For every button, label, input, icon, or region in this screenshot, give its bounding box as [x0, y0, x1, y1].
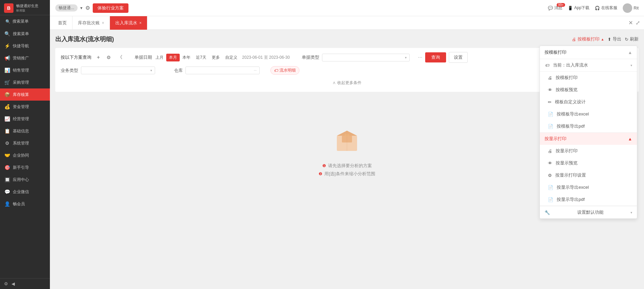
refresh-label: 刷新 [630, 36, 639, 42]
tab-batch-close[interactable]: × [102, 21, 104, 25]
sidebar-item-sales[interactable]: 📊 销售管理 [0, 64, 50, 76]
refresh-button[interactable]: ↻ 刷新 [625, 36, 639, 42]
sidebar-label-finance: 资金管理 [13, 104, 29, 110]
filter-section-label: 按以下方案查询 [61, 54, 91, 60]
search-menu-button[interactable]: 🔍 搜索菜单 [3, 17, 47, 26]
page-header: 出入库流水(流水明细) 🖨 按模板打印 ▲ ⬆ 导出 ↻ 刷新 [55, 35, 639, 43]
display-section-header[interactable]: 按显示打印 ▲ [540, 133, 637, 145]
dropdown-display-preview[interactable]: 👁 按显示预览 [540, 157, 637, 169]
dropdown-template-pdf[interactable]: 📄 按模板导出pdf [540, 120, 637, 132]
user-avatar-area[interactable]: Rit [623, 3, 639, 13]
filter-tag[interactable]: 🏷 流水明细 [270, 66, 299, 75]
sidebar-item-finance[interactable]: 💰 资金管理 [0, 101, 50, 113]
display-excel-icon: 📄 [548, 185, 553, 190]
date-year[interactable]: 本年 [180, 54, 193, 61]
dropdown-template-preview[interactable]: 👁 按模板预览 [540, 84, 637, 96]
date-week7[interactable]: 近7天 [193, 54, 209, 61]
voucher-type-select[interactable]: ▾ [322, 54, 410, 61]
voucher-type-group: 单据类型 ▾ [302, 54, 410, 61]
sidebar-item-marketing[interactable]: 📢 营销推广 [0, 52, 50, 64]
voucher-type-label: 单据类型 [302, 54, 319, 60]
sidebar-item-shortcut[interactable]: ⚡ 快捷导航 [0, 40, 50, 52]
sidebar-label-inventory: 库存核算 [13, 92, 29, 98]
tabbar-actions: ✕ ⤢ [628, 20, 644, 26]
footer-arrow: ▾ [631, 211, 632, 214]
settings-gear-icon[interactable]: ⚙ [85, 5, 90, 11]
collapse-filter-button[interactable]: ∧ 收起更多条件 [332, 80, 361, 86]
date-current-month[interactable]: 本月 [166, 54, 180, 61]
sidebar-icon-inventory: 📦 [4, 91, 10, 98]
dropdown-display-excel[interactable]: 📄 按显示导出excel [540, 181, 637, 193]
template-preview-label: 按模板预览 [556, 87, 578, 93]
dropdown-display-print[interactable]: 🖨 按显示打印 [540, 145, 637, 157]
app-download-label: App下载 [574, 5, 589, 11]
business-type-select[interactable]: ▾ [81, 67, 155, 74]
filter-add-icon[interactable]: + [97, 54, 100, 60]
print-template-arrow[interactable]: ▲ [601, 37, 604, 41]
sidebar-item-appcenter[interactable]: 🔲 应用中心 [0, 174, 50, 186]
trial-button[interactable]: 体验行业方案 [93, 3, 128, 13]
tab-expand-icon[interactable]: ⤢ [636, 20, 640, 26]
dropdown-display-pdf[interactable]: 📄 按显示导出pdf [540, 193, 637, 206]
sidebar-label-guide: 新手引导 [13, 165, 29, 170]
template-pdf-label: 按模板导出pdf [557, 123, 585, 129]
message-button[interactable]: 💬 消息 99+ [548, 5, 562, 11]
dropdown-display-settings[interactable]: ⚙ 按显示打印设置 [540, 169, 637, 181]
app-download-button[interactable]: 📱 App下载 [568, 5, 589, 11]
export-button[interactable]: ⬆ 导出 [608, 36, 621, 42]
tab-home-label: 首页 [58, 20, 67, 26]
avatar [623, 3, 632, 13]
sidebar-item-operations[interactable]: 📈 经营管理 [0, 113, 50, 125]
sidebar-item-search[interactable]: 🔍 搜索菜单 [0, 28, 50, 40]
date-filter-group: 单据日期 上月 本月 本年 近7天 更多 自定义 2023-06-01 至 20… [135, 54, 290, 61]
tabbar: 首页 库存批次账 × 出入库流水 × ✕ ⤢ [50, 16, 644, 30]
tab-close-all-icon[interactable]: ✕ [628, 20, 633, 26]
tab-flow-close[interactable]: × [139, 21, 142, 25]
warehouse-select[interactable]: ··· [185, 67, 260, 74]
table-settings-button[interactable]: 设置 [449, 52, 468, 63]
print-template-button[interactable]: 🖨 按模板打印 ▲ [572, 36, 604, 42]
dropdown-template-print[interactable]: 🖨 按模板打印 [540, 72, 637, 84]
user-dropdown-icon[interactable]: ▾ [80, 5, 83, 10]
tab-home[interactable]: 首页 [53, 16, 72, 30]
online-service-button[interactable]: 🎧 在线客服 [595, 5, 617, 11]
sidebar-logo: B 畅捷通好生意 标准版 [0, 0, 50, 15]
date-more[interactable]: 更多 [209, 54, 223, 61]
sidebar-item-cooperation[interactable]: 🤝 企业协同 [0, 149, 50, 161]
query-action-area: ··· 查询 设置 [418, 52, 467, 63]
user-selector[interactable]: 畅捷通... [55, 4, 78, 11]
date-prev-month[interactable]: 上月 [153, 54, 166, 61]
dropdown-current[interactable]: 🏷 当前：出入库流水 ▾ [540, 59, 637, 71]
dropdown-template-excel[interactable]: 📄 按模板导出excel [540, 108, 637, 120]
app-download-icon: 📱 [568, 6, 573, 10]
filter-settings-icon[interactable]: ⚙ [107, 55, 111, 60]
footer-settings-icon[interactable]: ⚙ [4, 281, 8, 286]
date-custom[interactable]: 自定义 [223, 54, 240, 61]
sidebar-item-wechat[interactable]: 💬 企业微信 [0, 186, 50, 198]
template-print-label: 按模板打印 [556, 75, 578, 81]
dropdown-template-custom[interactable]: ✏ 模板自定义设计 [540, 96, 637, 108]
sidebar-item-system[interactable]: ⚙ 系统管理 [0, 137, 50, 149]
tab-batch[interactable]: 库存批次账 × [72, 16, 110, 30]
warehouse-arrow: ··· [254, 69, 257, 72]
footer-collapse-icon[interactable]: ◀ [11, 281, 15, 286]
sidebar-item-basic[interactable]: 📋 基础信息 [0, 125, 50, 137]
sidebar-label-appcenter: 应用中心 [13, 177, 29, 183]
more-options-icon[interactable]: ··· [418, 54, 422, 60]
filter-collapse-icon[interactable]: 《 [118, 54, 122, 60]
topbar-left: 畅捷通... ▾ ⚙ 体验行业方案 [55, 3, 545, 13]
tab-batch-label: 库存批次账 [78, 20, 100, 26]
query-button[interactable]: 查询 [425, 52, 446, 62]
sidebar-item-member[interactable]: 👤 畅会员 [0, 198, 50, 210]
sidebar-item-guide[interactable]: 🎯 新手引导 [0, 161, 50, 174]
sidebar-item-inventory[interactable]: 📦 库存核算 [0, 88, 50, 101]
dropdown-footer[interactable]: 🔧 设置默认功能 ▾ [540, 206, 637, 218]
dropdown-header-arrow[interactable]: ▲ [628, 50, 632, 55]
sidebar-icon-sales: 📊 [4, 67, 10, 73]
sidebar-label-basic: 基础信息 [13, 128, 29, 134]
export-label: 导出 [613, 36, 621, 42]
sidebar-item-purchase[interactable]: 🛒 采购管理 [0, 76, 50, 88]
sidebar-icon-system: ⚙ [4, 140, 10, 146]
business-type-arrow: ▾ [150, 69, 152, 72]
tab-flow[interactable]: 出入库流水 × [110, 16, 147, 30]
